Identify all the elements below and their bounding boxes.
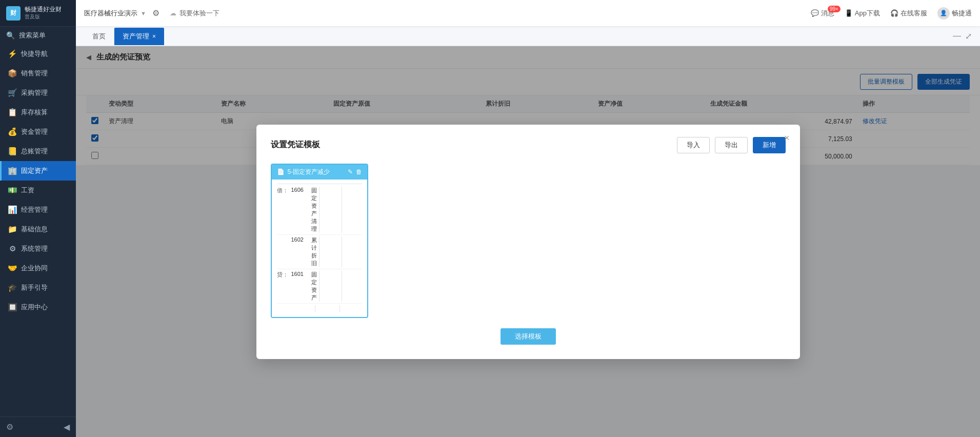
- purchase-icon: 🛒: [8, 88, 17, 97]
- cloud-icon: ☁: [170, 9, 176, 17]
- sidebar-item-fixed-assets[interactable]: 🏢 固定资产: [0, 161, 76, 181]
- headset-icon: 🎧: [890, 9, 898, 17]
- finance-icon: 💰: [8, 127, 17, 136]
- template-delete-icon[interactable]: 🗑: [356, 168, 362, 175]
- topbar-settings-icon[interactable]: ⚙: [152, 8, 159, 18]
- company-arrow-icon: ▼: [141, 10, 146, 16]
- sidebar-item-label: 系统管理: [21, 244, 48, 253]
- template-row-2: 1602 累计折旧: [277, 235, 362, 269]
- template-col-headers: [277, 183, 362, 184]
- template-card-body: 借： 1606 固定资产清理 1602 累计折旧: [272, 180, 367, 317]
- row-credit-2: [342, 236, 362, 267]
- sidebar-item-quick-nav[interactable]: ⚡ 快捷导航: [0, 44, 76, 64]
- company-name: 医疗器械行业演示: [84, 9, 137, 18]
- message-icon: 💬: [811, 9, 819, 17]
- search-menu[interactable]: 🔍 搜索菜单: [0, 27, 76, 44]
- template-doc-icon: 📄: [277, 168, 285, 175]
- sidebar-item-label: 销售管理: [21, 69, 48, 78]
- sidebar-item-guide[interactable]: 🎓 新手引导: [0, 278, 76, 297]
- tab-minimize-icon[interactable]: —: [953, 31, 961, 41]
- fixed-assets-icon: 🏢: [8, 166, 17, 175]
- select-template-btn[interactable]: 选择模板: [501, 328, 556, 345]
- search-label: 搜索菜单: [19, 31, 46, 40]
- sidebar-item-app-center[interactable]: 🔲 应用中心: [0, 297, 76, 317]
- sidebar-item-purchase[interactable]: 🛒 采购管理: [0, 83, 76, 103]
- sidebar-scroll: ⚡ 快捷导航 📦 销售管理 🛒 采购管理 📋 库存核算 💰 资金管理 📒 总账管…: [0, 44, 76, 416]
- row-debit-1: [319, 187, 339, 233]
- content: ◀ 生成的凭证预览 批量调整模板 全部生成凭证 变动类型 资产名称 固定资产原值…: [76, 46, 980, 437]
- sidebar-item-label: 快捷导航: [21, 49, 48, 58]
- tab-home-label: 首页: [92, 32, 106, 40]
- row-credit-3: [342, 271, 362, 302]
- sidebar-item-sales[interactable]: 📦 销售管理: [0, 64, 76, 83]
- settings-bottom-icon[interactable]: ⚙: [6, 422, 13, 432]
- export-btn[interactable]: 导出: [715, 137, 748, 153]
- sidebar-item-system[interactable]: ⚙ 系统管理: [0, 239, 76, 259]
- guide-icon: 🎓: [8, 283, 17, 292]
- select-template-area: 选择模板: [271, 328, 786, 345]
- app-download-btn[interactable]: 📱 App下载: [845, 9, 880, 18]
- row-code-2: 1602: [291, 236, 309, 267]
- tab-asset-management[interactable]: 资产管理 ×: [114, 28, 164, 45]
- dialog-overlay: 设置凭证模板 导入 导出 新增 × 📄 5-固: [76, 46, 980, 437]
- template-card-title: 5-固定资产减少: [288, 168, 330, 176]
- operations-icon: 📊: [8, 205, 17, 214]
- sidebar-item-label: 基础信息: [21, 225, 48, 234]
- row-debit-empty: [315, 305, 337, 312]
- main-area: 医疗器械行业演示 ▼ ⚙ ☁ 我要体验一下 💬 消息 99+ 📱 App下载 🎧…: [76, 0, 980, 437]
- app-label: App下载: [855, 9, 880, 18]
- tab-maximize-icon[interactable]: ⤢: [965, 31, 972, 41]
- dialog: 设置凭证模板 导入 导出 新增 × 📄 5-固: [256, 125, 800, 359]
- system-icon: ⚙: [8, 244, 17, 253]
- row-credit-1: [342, 187, 362, 233]
- new-btn[interactable]: 新增: [753, 137, 786, 153]
- company-selector[interactable]: 医疗器械行业演示 ▼: [84, 9, 146, 18]
- phone-icon: 📱: [845, 9, 853, 17]
- tab-bar: 首页 资产管理 × — ⤢: [76, 27, 980, 46]
- sidebar-item-enterprise[interactable]: 🤝 企业协同: [0, 259, 76, 278]
- topbar-right: 💬 消息 99+ 📱 App下载 🎧 在线客服 👤 畅捷通: [811, 7, 972, 19]
- template-row-3: 贷： 1601 固定资产: [277, 269, 362, 304]
- template-card-header-icons: ✎ 🗑: [348, 168, 362, 175]
- sidebar-item-finance[interactable]: 💰 资金管理: [0, 122, 76, 142]
- row-debit-3: [319, 271, 339, 302]
- row-type-2: [277, 236, 289, 267]
- experience-label: 我要体验一下: [179, 9, 219, 18]
- collapse-icon[interactable]: ◀: [64, 422, 70, 432]
- sidebar-item-operations[interactable]: 📊 经营管理: [0, 200, 76, 220]
- dialog-actions: 导入 导出 新增: [677, 137, 786, 153]
- sidebar-item-label: 总账管理: [21, 147, 48, 156]
- enterprise-icon: 🤝: [8, 264, 17, 273]
- sidebar-item-label: 资金管理: [21, 127, 48, 136]
- service-btn[interactable]: 🎧 在线客服: [890, 9, 927, 18]
- import-btn[interactable]: 导入: [677, 137, 710, 153]
- template-edit-icon[interactable]: ✎: [348, 168, 353, 175]
- user-btn[interactable]: 👤 畅捷通: [937, 7, 972, 19]
- template-card-1[interactable]: 📄 5-固定资产减少 ✎ 🗑: [271, 164, 368, 318]
- dialog-close-icon[interactable]: ×: [784, 133, 790, 144]
- template-card-header-left: 📄 5-固定资产减少: [277, 168, 330, 176]
- row-code-3: 1601: [291, 271, 309, 302]
- message-btn[interactable]: 💬 消息 99+: [811, 9, 834, 18]
- sidebar-item-inventory[interactable]: 📋 库存核算: [0, 103, 76, 122]
- sidebar-item-salary[interactable]: 💵 工资: [0, 181, 76, 200]
- experience-btn[interactable]: ☁ 我要体验一下: [170, 9, 219, 18]
- sidebar-logo: 财 畅捷通好业财 普及版: [0, 0, 76, 27]
- tab-close-icon[interactable]: ×: [152, 33, 156, 40]
- row-name-1: 固定资产清理: [311, 187, 317, 233]
- sidebar-item-label: 工资: [21, 186, 34, 195]
- sidebar: 财 畅捷通好业财 普及版 🔍 搜索菜单 ⚡ 快捷导航 📦 销售管理 🛒 采购管理…: [0, 0, 76, 437]
- row-credit-empty: [339, 305, 362, 312]
- template-row-empty: [277, 304, 362, 314]
- tab-bar-actions: — ⤢: [953, 31, 972, 41]
- sidebar-item-ledger[interactable]: 📒 总账管理: [0, 142, 76, 161]
- message-badge: 99+: [828, 6, 841, 12]
- logo-text: 畅捷通好业财: [25, 6, 62, 14]
- dialog-header: 设置凭证模板 导入 导出 新增: [271, 137, 786, 153]
- service-label: 在线客服: [901, 9, 927, 18]
- sidebar-item-basic-info[interactable]: 📁 基础信息: [0, 220, 76, 239]
- logo-icon: 财: [6, 6, 21, 21]
- row-type-debit: 借：: [277, 187, 289, 233]
- tab-home[interactable]: 首页: [84, 28, 114, 45]
- row-name-3: 固定资产: [311, 271, 317, 302]
